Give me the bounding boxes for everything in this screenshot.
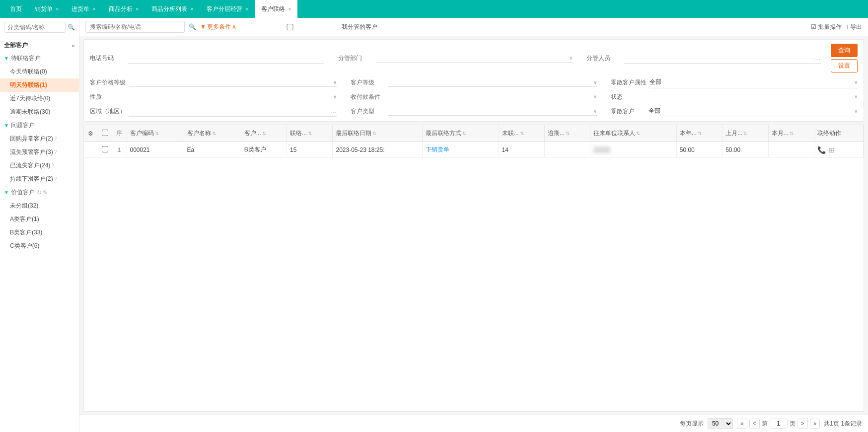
nav-customer-tier[interactable]: 客户分层经营 ×: [201, 0, 254, 18]
sidebar-item-class-c[interactable]: C类客户(6): [0, 239, 79, 253]
filter-row-3: 性质 ∨ 收付款条件 ∨ 状态: [90, 92, 858, 101]
sidebar-search-input[interactable]: [4, 22, 66, 33]
sidebar-item-churn-warning[interactable]: 流失预警客户(3) ?: [0, 145, 79, 159]
last-page-button[interactable]: »: [810, 419, 820, 429]
per-page-select[interactable]: 50 20 100: [708, 418, 733, 429]
nav-product-analysis[interactable]: 商品分析 ×: [103, 0, 145, 18]
select-all-checkbox[interactable]: [102, 130, 108, 136]
more-icon[interactable]: …: [331, 108, 337, 115]
price-level-select[interactable]: ∨: [129, 78, 337, 87]
col-this-month: 本月...⇅: [768, 125, 814, 142]
type-select[interactable]: ∨: [388, 107, 597, 116]
export-button[interactable]: ↑ 导出: [846, 23, 862, 31]
arrow-icon: ▼: [4, 123, 9, 128]
sidebar-search-icon[interactable]: 🔍: [68, 24, 75, 31]
sort-icon[interactable]: ⇅: [790, 131, 794, 136]
sidebar-group-value[interactable]: ▼ 价值客户 ↻ ✎: [0, 186, 79, 199]
more-action-icon[interactable]: ⊞: [829, 146, 835, 154]
sidebar-item-declining[interactable]: 持续下滑客户(2) ?: [0, 172, 79, 186]
filter-retail-attr: 零散客户属性 全部 ∨: [611, 76, 858, 88]
sidebar-item-ungrouped[interactable]: 未分组(32): [0, 199, 79, 213]
customer-table-container: ⚙ 序 客户编码⇅ 客户名称⇅ 客户...⇅ 联络...⇅ 最后联络日期⇅ 最后…: [83, 125, 864, 412]
sort-icon[interactable]: ⇅: [372, 131, 376, 136]
search-icon[interactable]: 🔍: [189, 23, 196, 30]
first-page-button[interactable]: «: [737, 419, 747, 429]
page-number-input[interactable]: [770, 419, 788, 429]
dept-select[interactable]: ∨: [376, 54, 573, 63]
nav-purchase-order[interactable]: 进货单 ×: [66, 0, 101, 18]
sidebar-item-tomorrow-contact[interactable]: 明天待联络(1): [0, 78, 79, 92]
retail-attr-select[interactable]: 全部 ∨: [650, 76, 858, 88]
sort-icon[interactable]: ⇅: [462, 131, 466, 136]
sort-icon[interactable]: ⇅: [743, 131, 747, 136]
sort-icon[interactable]: ⇅: [262, 131, 266, 136]
close-icon[interactable]: ×: [245, 6, 248, 12]
region-select[interactable]: …: [129, 106, 337, 117]
row-contact-person: ████: [590, 142, 676, 158]
sidebar-item-repurchase-abnormal[interactable]: 回购异常客户(2) ?: [0, 132, 79, 145]
phone-action-icon[interactable]: 📞: [817, 146, 826, 154]
col-last-month: 上月...⇅: [723, 125, 768, 142]
filter-dept: 分管部门 ∨: [338, 54, 573, 63]
chevron-down-icon: ∨: [854, 94, 858, 99]
edit-icon[interactable]: ✎: [43, 189, 48, 196]
collapse-icon[interactable]: «: [72, 42, 75, 49]
row-select-checkbox[interactable]: [102, 146, 108, 152]
filter-button[interactable]: ▼ 更多条件 ∧: [200, 23, 236, 31]
sidebar-search-area: 🔍: [0, 18, 79, 37]
sort-icon[interactable]: ⇅: [698, 131, 702, 136]
nav-home[interactable]: 首页: [4, 0, 28, 18]
sort-icon[interactable]: ⇅: [155, 131, 159, 136]
row-this-month: [768, 142, 814, 158]
sort-icon[interactable]: ⇅: [308, 131, 312, 136]
sidebar-item-7day-contact[interactable]: 近7天待联络(0): [0, 92, 79, 105]
sidebar-item-class-b[interactable]: B类客户(33): [0, 226, 79, 239]
export-icon: ↑: [846, 23, 849, 30]
row-overdue: [544, 142, 590, 158]
nav-customer-contact[interactable]: 客户联络 ×: [255, 0, 297, 18]
sidebar-item-churned[interactable]: 已流失客户(24) ?: [0, 159, 79, 172]
sidebar-group-problem[interactable]: ▼ 问题客户: [0, 119, 79, 132]
settings-button[interactable]: 设置: [831, 59, 858, 72]
sidebar-item-class-a[interactable]: A类客户(1): [0, 213, 79, 226]
sort-icon[interactable]: ⇅: [212, 131, 216, 136]
sort-icon[interactable]: ⇅: [566, 131, 570, 136]
close-icon[interactable]: ×: [92, 6, 95, 12]
batch-operation-button[interactable]: ☑ 批量操作: [811, 23, 842, 31]
help-icon: ?: [54, 149, 57, 155]
close-icon[interactable]: ×: [288, 6, 291, 12]
row-num: 1: [112, 142, 127, 158]
sidebar-item-overdue-contact[interactable]: 逾期未联络(30): [0, 105, 79, 119]
nav-sales-order[interactable]: 销货单 ×: [29, 0, 65, 18]
filter-nature: 性质 ∨: [90, 92, 337, 101]
arrow-icon: ▼: [4, 190, 9, 195]
my-customers-checkbox-label[interactable]: 我分管的客户: [240, 23, 377, 31]
person-select[interactable]: …: [624, 53, 821, 64]
row-name: Ea: [184, 142, 241, 158]
payment-select[interactable]: ∨: [388, 92, 597, 101]
close-icon[interactable]: ×: [56, 6, 59, 12]
more-icon[interactable]: …: [815, 55, 821, 62]
retail-customer-select[interactable]: 全部 ∨: [649, 105, 858, 117]
phone-input[interactable]: [128, 53, 324, 64]
col-action: 联络动作: [814, 125, 863, 142]
sidebar-item-today-contact[interactable]: 今天待联络(0): [0, 65, 79, 78]
sort-icon[interactable]: ⇅: [520, 131, 524, 136]
chevron-down-icon: ∨: [593, 79, 597, 85]
status-select[interactable]: ∨: [649, 92, 858, 101]
nature-select[interactable]: ∨: [128, 92, 337, 101]
sidebar-group-pending[interactable]: ▼ 待联络客户: [0, 52, 79, 65]
sort-icon[interactable]: ⇅: [636, 131, 640, 136]
close-icon[interactable]: ×: [190, 6, 193, 12]
search-input[interactable]: [85, 21, 185, 33]
row-last-method: 下销货单: [422, 142, 499, 158]
last-method-link[interactable]: 下销货单: [426, 146, 449, 153]
next-page-button[interactable]: >: [797, 419, 808, 429]
level-select[interactable]: ∨: [388, 78, 597, 87]
close-icon[interactable]: ×: [136, 6, 139, 12]
nav-product-analysis-list[interactable]: 商品分析列表 ×: [145, 0, 199, 18]
query-button[interactable]: 查询: [831, 44, 858, 57]
my-customers-checkbox[interactable]: [240, 24, 340, 30]
prev-page-button[interactable]: <: [749, 419, 760, 429]
refresh-icon[interactable]: ↻: [37, 189, 42, 196]
